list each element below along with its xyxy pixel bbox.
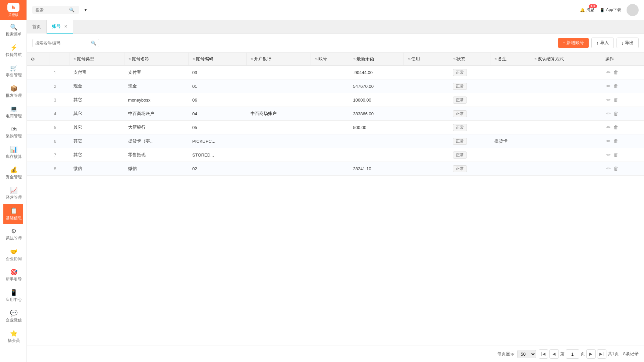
cell-remark: [490, 162, 530, 176]
sidebar-item-search-menu[interactable]: 🔍搜索菜单: [3, 20, 23, 41]
col-action: 操作: [601, 53, 644, 66]
row-num: 1: [54, 70, 56, 75]
per-page-select[interactable]: 50 100: [517, 350, 536, 358]
latest-balance: 500.00: [353, 125, 366, 130]
cell-account: [311, 79, 349, 93]
page-input[interactable]: [566, 349, 579, 359]
cell-bank: [247, 79, 311, 93]
col-label-status: 状态: [457, 56, 465, 61]
sidebar-item-inventory[interactable]: 📊库存核算: [3, 142, 23, 163]
header-msg-button[interactable]: 🔔 消息 99+: [580, 7, 594, 13]
delete-button[interactable]: 🗑: [612, 137, 620, 144]
cell-default_settlement: [530, 134, 601, 148]
col-code[interactable]: ⇅账号编码: [188, 53, 247, 66]
header-search-input[interactable]: [36, 8, 69, 12]
row-num: 7: [54, 153, 56, 158]
search-icon[interactable]: 🔍: [91, 41, 96, 46]
cell-code: 05: [188, 121, 247, 134]
col-usage[interactable]: ⇅使用...: [404, 53, 449, 66]
cell-action: ✏🗑: [601, 121, 644, 134]
sidebar-item-vip-member[interactable]: ⭐畅会员: [3, 326, 23, 347]
sidebar-item-purchase-mgmt[interactable]: 🛍采购管理: [3, 122, 23, 142]
prev-page-button[interactable]: ◀: [549, 349, 559, 359]
sidebar-item-retail-mgmt[interactable]: 🛒零售管理: [3, 61, 23, 81]
sidebar-item-app-center[interactable]: 📱应用中心: [3, 286, 23, 306]
latest-balance: 28241.10: [353, 166, 371, 171]
sidebar-item-enterprise-agreement[interactable]: 🤝企业协同: [3, 245, 23, 265]
tab-close-account[interactable]: ✕: [64, 24, 67, 29]
cell-usage: [404, 162, 449, 176]
edit-button[interactable]: ✏: [605, 137, 612, 145]
table-row: 8微信微信0228241.10正常✏🗑: [27, 162, 644, 176]
cell-usage: [404, 148, 449, 162]
enterprise-agreement-icon: 🤝: [10, 248, 17, 255]
edit-button[interactable]: ✏: [605, 151, 612, 159]
table-row: 4其它中百商场账户04中百商场账户383866.00正常✏🗑: [27, 107, 644, 121]
edit-button[interactable]: ✏: [605, 165, 612, 172]
last-page-button[interactable]: ▶|: [597, 349, 606, 359]
col-default_settlement[interactable]: ⇅默认结算方式: [530, 53, 601, 66]
tab-home[interactable]: 首页: [27, 20, 47, 34]
sidebar-item-basic-info[interactable]: 📋基础信息: [3, 204, 23, 224]
export-button[interactable]: ↓ 导出: [616, 38, 639, 48]
col-balance[interactable]: ⇅最新余额: [349, 53, 404, 66]
table-row: 7其它零售抵现STORED...正常✏🗑: [27, 148, 644, 162]
delete-button[interactable]: 🗑: [612, 96, 620, 103]
col-label-account: 账号: [318, 56, 327, 61]
sidebar-item-finance-mgmt[interactable]: 💰资金管理: [3, 163, 23, 183]
toolbar-left: 🔍: [32, 39, 99, 47]
edit-button[interactable]: ✏: [605, 82, 612, 90]
tab-account[interactable]: 账号✕: [47, 20, 73, 34]
sidebar-item-operation-mgmt[interactable]: 📈经营管理: [3, 183, 23, 204]
edit-button[interactable]: ✏: [605, 69, 612, 76]
search-input[interactable]: [35, 41, 91, 45]
col-status[interactable]: ⇅状态: [449, 53, 490, 66]
add-account-button[interactable]: + 新增账号: [558, 38, 589, 48]
settings-icon[interactable]: ⚙: [31, 57, 35, 62]
user-avatar[interactable]: [627, 4, 639, 16]
edit-button[interactable]: ✏: [605, 124, 612, 131]
sort-icon-status: ⇅: [453, 57, 456, 61]
delete-button[interactable]: 🗑: [612, 69, 620, 76]
first-page-button[interactable]: |◀: [539, 349, 548, 359]
edit-button[interactable]: ✏: [605, 110, 612, 117]
sidebar-label-enterprise-agreement: 企业协同: [6, 256, 22, 262]
cell-settings: [27, 66, 50, 79]
sidebar-item-ecom-mgmt[interactable]: 💻电商管理: [3, 102, 23, 122]
app-download-button[interactable]: 📱 App下载: [600, 7, 621, 13]
import-button[interactable]: ↑ 导入: [591, 38, 614, 48]
tab-label-home: 首页: [32, 24, 41, 30]
delete-button[interactable]: 🗑: [612, 110, 620, 117]
account-name: 中百商场账户: [128, 111, 154, 116]
sidebar-item-quick-nav[interactable]: ⚡快捷导航: [3, 41, 23, 61]
delete-button[interactable]: 🗑: [612, 124, 620, 131]
delete-button[interactable]: 🗑: [612, 82, 620, 89]
col-label-type: 账号类型: [77, 56, 94, 61]
cell-code: 01: [188, 79, 247, 93]
col-type[interactable]: ⇅账号类型: [69, 53, 124, 66]
sidebar-label-purchase-mgmt: 采购管理: [6, 133, 22, 139]
cell-usage: [404, 93, 449, 107]
sidebar-item-system-mgmt[interactable]: ⚙系统管理: [3, 224, 23, 245]
sidebar-item-newbie-guide[interactable]: 🎯新手引导: [3, 265, 23, 286]
delete-button[interactable]: 🗑: [612, 165, 620, 172]
col-account[interactable]: ⇅账号: [311, 53, 349, 66]
col-bank[interactable]: ⇅开户银行: [247, 53, 311, 66]
cell-usage: [404, 134, 449, 148]
col-name[interactable]: ⇅账号名称: [124, 53, 188, 66]
col-remark[interactable]: ⇅备注: [490, 53, 530, 66]
cell-balance: 547670.00: [349, 79, 404, 93]
header-dropdown[interactable]: ▾: [83, 7, 87, 12]
cell-account: [311, 93, 349, 107]
cell-code: 06: [188, 93, 247, 107]
next-page-button[interactable]: ▶: [586, 349, 596, 359]
sidebar-item-enterprise-wechat[interactable]: 💬企业微信: [3, 306, 23, 326]
import-icon: ↑: [596, 41, 599, 46]
cell-settings: [27, 134, 50, 148]
edit-button[interactable]: ✏: [605, 96, 612, 104]
delete-button[interactable]: 🗑: [612, 151, 620, 158]
sidebar-item-wholesale-mgmt[interactable]: 📦批发管理: [3, 81, 23, 102]
total-info: 共1页，8条记录: [608, 351, 639, 357]
cell-bank: [247, 162, 311, 176]
tab-bar: 首页账号✕: [27, 20, 644, 34]
